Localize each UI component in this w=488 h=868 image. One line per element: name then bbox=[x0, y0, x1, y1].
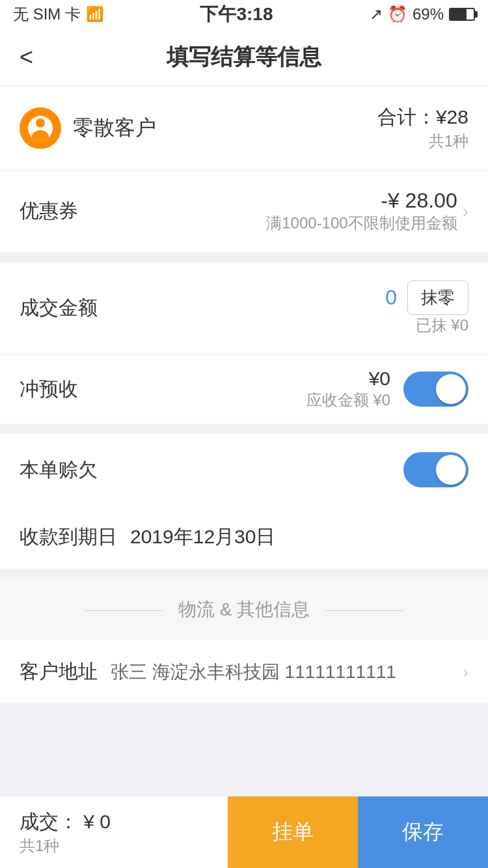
prepayment-amounts-fixed: ¥0 应收金额 ¥0 bbox=[306, 368, 390, 411]
avatar-inner bbox=[28, 116, 53, 141]
chevron-right-icon: › bbox=[463, 201, 468, 222]
coupon-right: -¥ 28.00 满1000-100不限制使用金额 › bbox=[266, 189, 468, 234]
transaction-right: 0 抹零 已抹 ¥0 bbox=[385, 280, 468, 336]
logistics-label: 物流 & 其他信息 bbox=[178, 599, 310, 619]
due-date-row: 收款到期日 2019年12月30日 bbox=[0, 506, 488, 569]
transaction-card: 成交金额 0 抹零 已抹 ¥0 冲预收 ¥0 应收金额 ¥0 bbox=[0, 262, 488, 424]
customer-card: 零散客户 合计：¥28 共1种 优惠券 -¥ 28.00 满1000-100不限… bbox=[0, 86, 488, 252]
nav-bar: < 填写结算等信息 bbox=[0, 29, 488, 86]
bottom-deal-row: 成交： ¥ 0 bbox=[20, 809, 208, 835]
coupon-label: 优惠券 bbox=[20, 198, 78, 224]
coupon-value: -¥ 28.00 bbox=[266, 189, 457, 213]
arrear-label: 本单赊欠 bbox=[20, 457, 98, 483]
total-count: 共1种 bbox=[377, 131, 468, 152]
address-value: 张三 海淀永丰科技园 11111111111 bbox=[111, 660, 463, 685]
total-amount: 合计：¥28 bbox=[377, 104, 468, 131]
alarm-icon: ⏰ bbox=[388, 5, 407, 23]
battery-percent: 69% bbox=[413, 5, 444, 23]
transaction-label: 成交金额 bbox=[20, 295, 98, 321]
bottom-count: 共1种 bbox=[20, 835, 208, 856]
location-icon: ↗ bbox=[370, 5, 383, 23]
prepayment-amount-fixed: ¥0 bbox=[306, 368, 390, 390]
transaction-value-row: 0 抹零 bbox=[385, 280, 468, 315]
transaction-row: 成交金额 0 抹零 已抹 ¥0 bbox=[0, 262, 488, 355]
save-button[interactable]: 保存 bbox=[358, 796, 488, 868]
page-title: 填写结算等信息 bbox=[167, 42, 321, 72]
transaction-value[interactable]: 0 bbox=[385, 286, 397, 310]
prepayment-right-fixed: ¥0 应收金额 ¥0 bbox=[306, 368, 468, 411]
status-bar: 无 SIM 卡 📶 下午3:18 ↗ ⏰ 69% bbox=[0, 0, 488, 29]
back-button[interactable]: < bbox=[20, 44, 33, 71]
coupon-amount: -¥ 28.00 满1000-100不限制使用金额 bbox=[266, 189, 457, 234]
customer-name: 零散客户 bbox=[73, 114, 156, 142]
address-label: 客户地址 bbox=[20, 658, 98, 685]
prepayment-label-fixed: 冲预收 bbox=[20, 376, 78, 403]
prepayment-row: 冲预收 ¥0 应收金额 ¥0 bbox=[0, 355, 488, 424]
prepayment-toggle-fixed[interactable] bbox=[403, 372, 468, 407]
arrear-toggle-thumb bbox=[436, 455, 466, 485]
customer-row: 零散客户 合计：¥28 共1种 bbox=[0, 86, 488, 170]
bottom-summary: 成交： ¥ 0 共1种 bbox=[0, 809, 228, 856]
hang-order-button[interactable]: 挂单 bbox=[228, 796, 358, 868]
address-chevron-icon: › bbox=[463, 662, 468, 683]
avatar bbox=[20, 107, 61, 149]
bottom-deal-label: 成交： bbox=[20, 811, 78, 832]
transaction-sub: 已抹 ¥0 bbox=[385, 315, 468, 336]
arrear-toggle-track bbox=[403, 452, 468, 487]
coupon-desc: 满1000-100不限制使用金额 bbox=[266, 213, 457, 234]
due-date-label: 收款到期日 bbox=[20, 524, 117, 550]
arrear-card: 本单赊欠 收款到期日 2019年12月30日 bbox=[0, 434, 488, 569]
round-zero-button[interactable]: 抹零 bbox=[407, 280, 468, 315]
wifi-icon: 📶 bbox=[86, 6, 103, 23]
prepayment-receivable-fixed: 应收金额 ¥0 bbox=[306, 390, 390, 411]
content: 零散客户 合计：¥28 共1种 优惠券 -¥ 28.00 满1000-100不限… bbox=[0, 86, 488, 792]
arrear-toggle[interactable] bbox=[403, 452, 468, 487]
due-date-value[interactable]: 2019年12月30日 bbox=[130, 524, 275, 550]
logistics-section: 物流 & 其他信息 bbox=[0, 579, 488, 640]
status-left: 无 SIM 卡 📶 bbox=[13, 4, 103, 25]
bottom-bar: 成交： ¥ 0 共1种 挂单 保存 bbox=[0, 796, 488, 868]
logistics-card: 物流 & 其他信息 客户地址 张三 海淀永丰科技园 11111111111 › bbox=[0, 579, 488, 703]
coupon-row[interactable]: 优惠券 -¥ 28.00 满1000-100不限制使用金额 › bbox=[0, 170, 488, 252]
bottom-deal-amount: ¥ 0 bbox=[83, 811, 111, 832]
customer-left: 零散客户 bbox=[20, 107, 156, 149]
arrear-row: 本单赊欠 bbox=[0, 434, 488, 506]
customer-total: 合计：¥28 共1种 bbox=[377, 104, 468, 152]
sim-status: 无 SIM 卡 bbox=[13, 4, 81, 25]
battery-icon bbox=[449, 8, 475, 21]
status-right: ↗ ⏰ 69% bbox=[370, 5, 475, 23]
address-row[interactable]: 客户地址 张三 海淀永丰科技园 11111111111 › bbox=[0, 640, 488, 703]
status-time: 下午3:18 bbox=[200, 2, 273, 27]
